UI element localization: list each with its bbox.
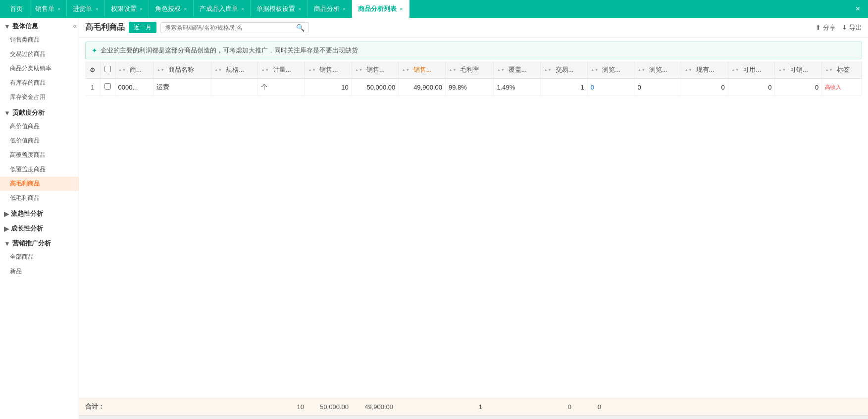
nav-tab-template[interactable]: 单据模板设置 × bbox=[251, 0, 307, 18]
col-unit[interactable]: ▲▼ 计量... bbox=[258, 61, 305, 79]
select-all-checkbox[interactable] bbox=[104, 66, 111, 72]
data-table: ⚙ ▲▼ 商... ▲▼ 商品名称 bbox=[85, 61, 862, 96]
close-permission-tab[interactable]: × bbox=[140, 6, 143, 12]
close-product-inbound-tab[interactable]: × bbox=[241, 6, 244, 12]
sidebar-group-marketing[interactable]: ▼ 营销推广分析 bbox=[0, 235, 79, 250]
top-nav: 首页 销售单 × 进货单 × 权限设置 × 角色授权 × 产成品入库单 × 单据… bbox=[0, 0, 868, 18]
nav-tab-analysis[interactable]: 商品分析 × bbox=[308, 0, 352, 18]
row-current-stock: 0 bbox=[681, 79, 728, 96]
sidebar-item-stocked-goods[interactable]: 有库存的商品 bbox=[0, 76, 79, 90]
sort-unit-icon: ▲▼ bbox=[261, 68, 269, 72]
window-close-btn[interactable]: × bbox=[852, 4, 864, 13]
sort-current-stock-icon: ▲▼ bbox=[684, 68, 692, 72]
col-saleable-stock[interactable]: ▲▼ 可销... bbox=[775, 61, 822, 79]
content-header: 高毛利商品 近一月 🔍 ⬆ 分享 ⬇ 导出 bbox=[79, 18, 868, 38]
sort-spec-icon: ▲▼ bbox=[214, 68, 222, 72]
col-sales-qty[interactable]: ▲▼ 销售... bbox=[305, 61, 352, 79]
close-analysis-tab[interactable]: × bbox=[343, 6, 346, 12]
close-role-tab[interactable]: × bbox=[184, 6, 187, 12]
sort-view2-icon: ▲▼ bbox=[637, 68, 645, 72]
col-settings[interactable]: ⚙ bbox=[85, 61, 100, 79]
col-coverage[interactable]: ▲▼ 覆盖... bbox=[494, 61, 541, 79]
sidebar-item-all-goods[interactable]: 全部商品 bbox=[0, 250, 79, 264]
page-title: 高毛利商品 bbox=[85, 22, 125, 33]
col-code[interactable]: ▲▼ 商... bbox=[115, 61, 153, 79]
share-button[interactable]: ⬆ 分享 bbox=[816, 23, 836, 32]
sort-name-icon: ▲▼ bbox=[156, 68, 164, 72]
footer-transaction: 1 bbox=[456, 403, 485, 411]
footer-available-stock: 0 bbox=[574, 403, 604, 411]
sort-sales-cost-icon: ▲▼ bbox=[402, 68, 409, 72]
sort-icon: ▲▼ bbox=[118, 68, 126, 72]
nav-tab-sales[interactable]: 销售单 × bbox=[29, 0, 67, 18]
row-sales-cost: 49,900.00 bbox=[399, 79, 446, 96]
trend-arrow-icon: ▶ bbox=[4, 210, 9, 218]
col-spec[interactable]: ▲▼ 规格... bbox=[211, 61, 258, 79]
sort-available-stock-icon: ▲▼ bbox=[731, 68, 739, 72]
table-header-row: ⚙ ▲▼ 商... ▲▼ 商品名称 bbox=[85, 61, 862, 79]
row-tag: 高收入 bbox=[822, 79, 862, 96]
nav-tab-analysis-list[interactable]: 商品分析列表 × bbox=[352, 0, 409, 18]
col-available-stock[interactable]: ▲▼ 可用... bbox=[728, 61, 775, 79]
close-sales-tab[interactable]: × bbox=[57, 6, 60, 12]
sort-view1-icon: ▲▼ bbox=[591, 68, 599, 72]
bottom-scrollbar[interactable] bbox=[79, 415, 868, 419]
sidebar-item-low-margin[interactable]: 低毛利商品 bbox=[0, 191, 79, 205]
sidebar-item-stock-capital[interactable]: 库存资金占用 bbox=[0, 90, 79, 104]
col-current-stock[interactable]: ▲▼ 现有... bbox=[681, 61, 728, 79]
row-index: 1 bbox=[85, 79, 100, 96]
sidebar-item-category-rate[interactable]: 商品分类助销率 bbox=[0, 61, 79, 76]
search-icon[interactable]: 🔍 bbox=[296, 24, 305, 32]
main-layout: « ▼ 整体信息 销售类商品 交易过的商品 商品分类助销率 有库存的商品 库存资… bbox=[0, 18, 868, 419]
col-gross-margin[interactable]: ▲▼ 毛利率 bbox=[445, 61, 493, 79]
row-sales-amount: 50,000.00 bbox=[352, 79, 399, 96]
nav-tab-role[interactable]: 角色授权 × bbox=[149, 0, 193, 18]
row-code: 0000... bbox=[115, 79, 153, 96]
row-sales-qty: 10 bbox=[305, 79, 352, 96]
sidebar-item-high-value[interactable]: 高价值商品 bbox=[0, 119, 79, 134]
col-view1[interactable]: ▲▼ 浏览... bbox=[587, 61, 634, 79]
col-view2[interactable]: ▲▼ 浏览... bbox=[634, 61, 681, 79]
nav-tab-product-inbound[interactable]: 产成品入库单 × bbox=[194, 0, 251, 18]
search-box: 🔍 bbox=[160, 22, 309, 33]
col-tag[interactable]: ▲▼ 标签 bbox=[822, 61, 862, 79]
export-icon: ⬇ bbox=[842, 24, 847, 31]
sidebar-item-high-margin[interactable]: 高毛利商品 bbox=[0, 177, 79, 191]
footer-sales-cost: 49,900.00 bbox=[352, 403, 396, 411]
col-sales-cost[interactable]: ▲▼ 销售... bbox=[399, 61, 446, 79]
row-transaction: 1 bbox=[541, 79, 588, 96]
sidebar-item-new-goods[interactable]: 新品 bbox=[0, 264, 79, 279]
nav-tab-home[interactable]: 首页 bbox=[4, 0, 29, 18]
row-view2: 0 bbox=[634, 79, 681, 96]
overview-arrow-icon: ▼ bbox=[4, 23, 10, 30]
sidebar-item-low-coverage[interactable]: 低覆盖度商品 bbox=[0, 162, 79, 177]
sidebar-group-overview[interactable]: ▼ 整体信息 bbox=[0, 18, 79, 33]
sidebar-item-low-value[interactable]: 低价值商品 bbox=[0, 134, 79, 148]
close-purchase-tab[interactable]: × bbox=[95, 6, 98, 12]
marketing-arrow-icon: ▼ bbox=[4, 240, 10, 247]
sidebar-group-growth[interactable]: ▶ 成长性分析 bbox=[0, 220, 79, 235]
nav-tab-purchase[interactable]: 进货单 × bbox=[67, 0, 104, 18]
col-transaction[interactable]: ▲▼ 交易... bbox=[541, 61, 588, 79]
col-name[interactable]: ▲▼ 商品名称 bbox=[153, 61, 211, 79]
sidebar-group-contribution[interactable]: ▼ 贡献度分析 bbox=[0, 104, 79, 119]
period-button[interactable]: 近一月 bbox=[129, 22, 156, 33]
export-button[interactable]: ⬇ 导出 bbox=[842, 23, 862, 32]
row-view1[interactable]: 0 bbox=[587, 79, 634, 96]
close-template-tab[interactable]: × bbox=[298, 6, 301, 12]
close-analysis-list-tab[interactable]: × bbox=[400, 6, 403, 12]
sidebar-item-high-coverage[interactable]: 高覆盖度商品 bbox=[0, 148, 79, 162]
table-wrapper: ⚙ ▲▼ 商... ▲▼ 商品名称 bbox=[79, 61, 868, 398]
sort-transaction-icon: ▲▼ bbox=[544, 68, 552, 72]
col-sales-amount[interactable]: ▲▼ 销售... bbox=[352, 61, 399, 79]
search-input[interactable] bbox=[165, 24, 296, 31]
sidebar-item-traded-goods[interactable]: 交易过的商品 bbox=[0, 47, 79, 61]
row-coverage: 1.49% bbox=[494, 79, 541, 96]
col-checkbox bbox=[100, 61, 115, 79]
nav-tab-permission[interactable]: 权限设置 × bbox=[105, 0, 149, 18]
sidebar-group-trend[interactable]: ▶ 流趋性分析 bbox=[0, 205, 79, 220]
contribution-arrow-icon: ▼ bbox=[4, 109, 10, 117]
sidebar-collapse-button[interactable]: « bbox=[73, 22, 77, 30]
row-checkbox[interactable] bbox=[104, 83, 111, 90]
sidebar-item-sales-goods[interactable]: 销售类商品 bbox=[0, 33, 79, 47]
